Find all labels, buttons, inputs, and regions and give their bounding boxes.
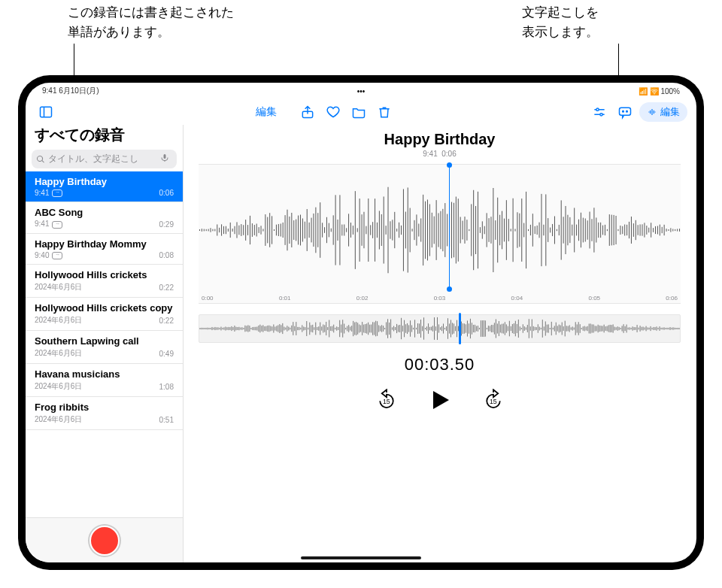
multitask-ellipsis[interactable]: •••	[357, 87, 366, 95]
playback-controls: 15 15	[199, 386, 681, 417]
recording-row-title: Hollywood Hills crickets	[35, 269, 174, 280]
search-placeholder: タイトル、文字起こし	[48, 153, 138, 165]
timeline-tick: 0:03	[434, 295, 446, 302]
waveform-timeline: 0:000:010:020:030:040:050:06	[199, 295, 681, 302]
recording-row[interactable]: Southern Lapwing call2024年6月6日0:49	[26, 331, 183, 364]
recording-row-title: Happy Birthday Mommy	[35, 238, 174, 250]
recording-row-time: 9:40“”	[35, 251, 62, 259]
transcript-badge-icon: “”	[52, 221, 62, 229]
recording-row-title: Happy Birthday	[35, 176, 174, 187]
recording-row-title: Havana musicians	[35, 368, 174, 380]
recording-row-time: 2024年6月6日	[35, 315, 82, 326]
timeline-tick: 0:00	[202, 295, 214, 302]
recording-row-time: 2024年6月6日	[35, 414, 82, 425]
status-right: 📶 🛜 100%	[639, 87, 680, 95]
svg-point-4	[596, 108, 599, 111]
recording-row[interactable]: Happy Birthday9:41“”0:06	[26, 171, 183, 202]
overview-canvas	[199, 315, 680, 342]
home-indicator[interactable]	[301, 556, 421, 559]
svg-rect-0	[41, 107, 52, 117]
recording-row[interactable]: Hollywood Hills crickets copy2024年6月6日0:…	[26, 298, 183, 331]
recordings-sidebar: すべての録音 タイトル、文字起こし Happy Birthday9:41“”0:…	[26, 125, 184, 562]
transcript-badge-icon: “”	[52, 252, 62, 259]
recording-row-time: 9:41“”	[35, 220, 62, 228]
status-time: 9:41 6月10日(月)	[42, 86, 99, 96]
folder-icon[interactable]	[347, 101, 370, 123]
timeline-tick: 0:02	[356, 295, 369, 302]
recording-row-time: 2024年6月6日	[35, 381, 82, 392]
waveform-area[interactable]: 0:000:010:020:030:040:050:06	[199, 164, 681, 304]
trash-icon[interactable]	[373, 101, 396, 123]
recording-row-time: 9:41“”	[35, 189, 62, 197]
timeline-tick: 0:05	[588, 295, 600, 302]
svg-rect-7	[620, 108, 631, 115]
timeline-tick: 0:06	[666, 295, 678, 302]
recording-detail: Happy Birthday 9:41 0:06 0:000:010:020:0…	[184, 125, 696, 562]
search-input[interactable]: タイトル、文字起こし	[32, 150, 177, 168]
transcript-icon[interactable]	[614, 101, 636, 123]
recording-row-title: Frog ribbits	[35, 402, 174, 413]
recording-row-title: ABC Song	[35, 207, 174, 218]
recording-row-duration: 0:51	[159, 416, 174, 424]
favorite-icon[interactable]	[322, 101, 344, 123]
record-button[interactable]	[89, 526, 120, 556]
waveform-overview[interactable]	[199, 314, 681, 343]
recording-row-title: Southern Lapwing call	[35, 335, 174, 347]
recording-row-duration: 0:49	[159, 350, 174, 358]
timecode: 00:03.50	[199, 355, 681, 374]
recording-row[interactable]: Havana musicians2024年6月6日1:08	[26, 364, 183, 397]
sidebar-title: すべての録音	[26, 125, 183, 150]
recording-row-title: Hollywood Hills crickets copy	[35, 302, 174, 314]
recording-subtitle: 9:41 0:06	[199, 150, 681, 158]
callout-show-transcript: 文字起こしを 表示します。	[522, 3, 599, 41]
recording-row-time: 2024年6月6日	[35, 348, 82, 359]
skip-back-15-button[interactable]: 15	[375, 389, 398, 414]
transcript-badge-icon: “”	[52, 189, 62, 197]
mic-dictation-icon[interactable]	[160, 153, 172, 165]
svg-point-9	[626, 111, 628, 112]
callout-transcript-badge: この録音には書き起こされた 単語があります。	[68, 3, 234, 41]
settings-sliders-icon[interactable]	[588, 101, 611, 123]
recording-row-duration: 0:29	[159, 220, 174, 229]
svg-point-8	[623, 111, 624, 112]
record-bar	[26, 517, 183, 562]
recording-title[interactable]: Happy Birthday	[199, 131, 681, 148]
svg-point-6	[600, 114, 602, 116]
svg-text:15: 15	[490, 398, 497, 405]
recording-row-time: 2024年6月6日	[35, 282, 82, 292]
waveform-canvas	[199, 172, 681, 288]
recording-row[interactable]: Frog ribbits2024年6月6日0:51	[26, 397, 183, 430]
play-button[interactable]	[426, 386, 454, 417]
edit-recording-button[interactable]: 編集	[639, 102, 687, 122]
recording-row-duration: 0:08	[159, 251, 174, 259]
svg-text:15: 15	[383, 398, 390, 405]
sidebar-toggle-icon[interactable]	[35, 101, 57, 123]
recordings-list: Happy Birthday9:41“”0:06ABC Song9:41“”0:…	[26, 171, 183, 517]
sidebar-edit-button[interactable]: 編集	[250, 105, 283, 119]
recording-row[interactable]: Happy Birthday Mommy9:40“”0:08	[26, 234, 183, 265]
timeline-tick: 0:04	[511, 295, 523, 302]
share-icon[interactable]	[296, 101, 319, 123]
recording-row[interactable]: ABC Song9:41“”0:29	[26, 202, 183, 233]
playhead[interactable]	[449, 165, 450, 289]
recording-row[interactable]: Hollywood Hills crickets2024年6月6日0:22	[26, 265, 183, 298]
overview-cursor[interactable]	[459, 313, 461, 344]
ipad-frame: 9:41 6月10日(月) 📶 🛜 100% ••• 編集	[18, 75, 704, 570]
ipad-screen: 9:41 6月10日(月) 📶 🛜 100% ••• 編集	[26, 83, 696, 562]
recording-row-duration: 0:06	[159, 189, 174, 197]
recording-row-duration: 0:22	[159, 317, 174, 325]
recording-row-duration: 1:08	[159, 383, 174, 391]
timeline-tick: 0:01	[279, 295, 291, 302]
skip-forward-15-button[interactable]: 15	[482, 389, 505, 414]
recording-row-duration: 0:22	[159, 283, 174, 292]
toolbar: ••• 編集	[26, 99, 696, 125]
